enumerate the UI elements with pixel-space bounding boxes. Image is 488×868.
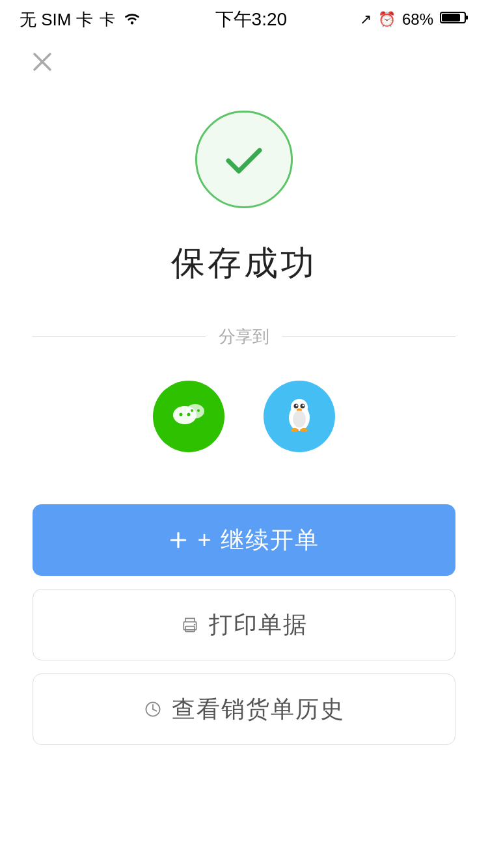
svg-point-20 xyxy=(291,428,299,432)
sim-icon: 卡 xyxy=(100,9,115,30)
status-bar: 无 SIM 卡 卡 下午3:20 ↗ ⏰ 68% xyxy=(0,0,488,39)
wifi-icon xyxy=(122,10,142,30)
divider-line-right xyxy=(282,336,455,337)
history-label: 查看销货单历史 xyxy=(172,694,345,726)
alarm-icon: ⏰ xyxy=(378,11,396,28)
svg-line-29 xyxy=(153,709,156,711)
sim-text: 无 SIM 卡 xyxy=(20,8,93,31)
divider-line-left xyxy=(33,336,206,337)
qq-share-button[interactable] xyxy=(264,381,335,452)
battery-icon xyxy=(440,10,468,29)
svg-point-0 xyxy=(131,21,133,24)
continue-label: + 继续开单 xyxy=(197,524,319,556)
svg-point-11 xyxy=(197,409,200,412)
svg-point-9 xyxy=(187,413,190,416)
location-icon: ↗ xyxy=(360,11,372,28)
print-button[interactable]: 打印单据 xyxy=(33,589,455,660)
svg-rect-2 xyxy=(465,16,468,20)
share-label: 分享到 xyxy=(206,325,282,348)
svg-point-19 xyxy=(293,411,306,427)
wechat-share-button[interactable] xyxy=(153,381,224,452)
history-button[interactable]: 查看销货单历史 xyxy=(33,673,455,745)
svg-point-26 xyxy=(194,624,196,626)
svg-point-17 xyxy=(302,404,304,406)
success-title: 保存成功 xyxy=(171,241,317,286)
svg-point-10 xyxy=(191,409,193,412)
success-icon-circle xyxy=(195,111,293,208)
svg-rect-3 xyxy=(442,14,460,21)
main-content: 保存成功 分享到 xyxy=(0,39,488,745)
status-right: ↗ ⏰ 68% xyxy=(360,10,468,29)
print-label: 打印单据 xyxy=(209,609,308,641)
close-button[interactable] xyxy=(26,46,59,78)
battery-percent: 68% xyxy=(402,10,433,29)
share-divider: 分享到 xyxy=(0,325,488,348)
svg-point-21 xyxy=(300,428,308,432)
svg-rect-25 xyxy=(185,627,195,632)
continue-button[interactable]: + 继续开单 xyxy=(33,504,455,576)
svg-point-7 xyxy=(186,404,204,418)
action-buttons: + 继续开单 打印单据 查看销货单历史 xyxy=(0,504,488,745)
svg-point-8 xyxy=(179,413,182,416)
svg-point-16 xyxy=(295,404,297,406)
status-time: 下午3:20 xyxy=(215,7,288,32)
share-icons xyxy=(153,381,335,452)
status-left: 无 SIM 卡 卡 xyxy=(20,8,142,31)
